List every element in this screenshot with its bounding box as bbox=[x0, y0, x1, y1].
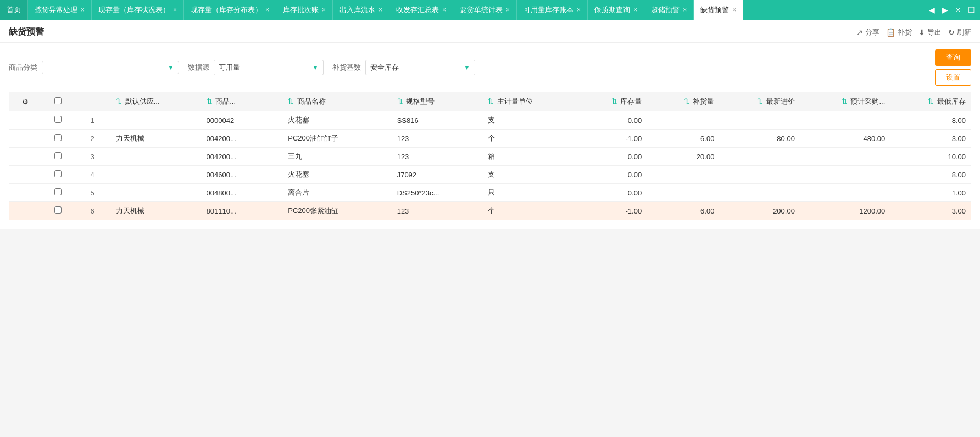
tab-overstock[interactable]: 超储预警 × bbox=[644, 0, 694, 20]
tab-close-all-button[interactable]: × bbox=[951, 3, 965, 16]
category-select[interactable]: ▼ bbox=[42, 61, 179, 74]
row-replenish: 6.00 bbox=[647, 202, 720, 220]
tab-available[interactable]: 可用量库存账本 × bbox=[517, 0, 588, 20]
tab-close-shortage[interactable]: × bbox=[732, 6, 736, 14]
tab-close-available[interactable]: × bbox=[577, 6, 581, 14]
row-number: 4 bbox=[74, 166, 110, 184]
row-gear-cell bbox=[9, 148, 42, 166]
refresh-button[interactable]: ↻ 刷新 bbox=[948, 27, 971, 37]
settings-button[interactable]: 设置 bbox=[935, 69, 971, 86]
tab-close-stock-status[interactable]: × bbox=[173, 6, 177, 14]
row-stock: 0.00 bbox=[575, 184, 647, 202]
sort-price-icon: ⇅ bbox=[757, 97, 763, 105]
row-spec: 123 bbox=[392, 148, 482, 166]
row-supplier bbox=[110, 111, 201, 130]
row-check-cell[interactable] bbox=[42, 202, 75, 220]
tab-home[interactable]: 首页 bbox=[0, 0, 28, 20]
page-title: 缺货预警 bbox=[9, 26, 44, 38]
col-header-stock[interactable]: ⇅ 库存量 bbox=[575, 92, 647, 111]
row-check-cell[interactable] bbox=[42, 111, 75, 130]
row-checkbox[interactable] bbox=[54, 206, 62, 214]
tab-prev-button[interactable]: ◀ bbox=[925, 3, 938, 16]
tab-close-order-stat[interactable]: × bbox=[506, 6, 510, 14]
tab-batch[interactable]: 库存批次账 × bbox=[276, 0, 333, 20]
col-header-replenish[interactable]: ⇅ 补货量 bbox=[647, 92, 720, 111]
tab-stock-dist[interactable]: 现存量（库存分布表） × bbox=[184, 0, 276, 20]
sort-supplier-icon: ⇅ bbox=[116, 97, 122, 105]
row-unit: 箱 bbox=[482, 148, 575, 166]
row-check-cell[interactable] bbox=[42, 130, 75, 148]
col-header-check[interactable] bbox=[42, 92, 75, 111]
sort-unit-icon: ⇅ bbox=[488, 97, 494, 105]
tab-close-summary[interactable]: × bbox=[442, 6, 446, 14]
tab-stock-status[interactable]: 现存量（库存状况表） × bbox=[92, 0, 184, 20]
tab-close-expiry[interactable]: × bbox=[633, 6, 637, 14]
tab-fullscreen-button[interactable]: ☐ bbox=[965, 3, 978, 16]
col-header-code[interactable]: ⇅ 商品... bbox=[201, 92, 283, 111]
col-header-minstock[interactable]: ⇅ 最低库存 bbox=[890, 92, 971, 111]
col-header-supplier[interactable]: ⇅ 默认供应... bbox=[110, 92, 201, 111]
table-row: 4 004600... 火花塞 J7092 支 0.00 8.00 bbox=[9, 166, 971, 184]
col-header-unit[interactable]: ⇅ 主计量单位 bbox=[482, 92, 575, 111]
header-actions: ↗ 分享 📋 补货 ⬇ 导出 ↻ 刷新 bbox=[856, 27, 971, 37]
row-code: 004800... bbox=[201, 184, 283, 202]
row-check-cell[interactable] bbox=[42, 148, 75, 166]
filter-actions: 查询 设置 bbox=[935, 49, 971, 86]
row-name: 三九 bbox=[282, 148, 391, 166]
filter-row: 商品分类 ▼ 数据源 可用量 ▼ 补货基数 安全库存 ▼ 查询 设置 bbox=[0, 43, 980, 92]
row-code: 004200... bbox=[201, 148, 283, 166]
row-predict bbox=[800, 184, 890, 202]
replenish-base-label: 补货基数 bbox=[332, 63, 361, 72]
row-checkbox[interactable] bbox=[54, 134, 62, 141]
tab-next-button[interactable]: ▶ bbox=[938, 3, 951, 16]
export-button[interactable]: ⬇ 导出 bbox=[918, 27, 942, 37]
datasource-select[interactable]: 可用量 ▼ bbox=[214, 60, 324, 75]
datasource-value: 可用量 bbox=[219, 63, 240, 72]
row-code: 0000042 bbox=[201, 111, 283, 130]
tab-expiry[interactable]: 保质期查询 × bbox=[588, 0, 644, 20]
col-header-name[interactable]: ⇅ 商品名称 bbox=[282, 92, 391, 111]
replenish-base-select[interactable]: 安全库存 ▼ bbox=[365, 60, 475, 75]
row-checkbox[interactable] bbox=[54, 170, 62, 177]
table-header-row: ⚙ ⇅ 默认供应... ⇅ 商品... ⇅ bbox=[9, 92, 971, 111]
row-check-cell[interactable] bbox=[42, 166, 75, 184]
row-gear-cell bbox=[9, 130, 42, 148]
table-row: 6 力天机械 801110... PC200张紧油缸 123 个 -1.00 6… bbox=[9, 202, 971, 220]
table-body: 1 0000042 火花塞 SS816 支 0.00 8.00 2 力天机械 0… bbox=[9, 111, 971, 220]
row-spec: 123 bbox=[392, 130, 482, 148]
row-price bbox=[720, 148, 800, 166]
tab-close-picking[interactable]: × bbox=[81, 6, 85, 14]
tab-flow[interactable]: 出入库流水 × bbox=[333, 0, 389, 20]
row-unit: 个 bbox=[482, 130, 575, 148]
col-header-gear[interactable]: ⚙ bbox=[9, 92, 42, 111]
row-check-cell[interactable] bbox=[42, 184, 75, 202]
row-replenish bbox=[647, 184, 720, 202]
row-price: 200.00 bbox=[720, 202, 800, 220]
row-number: 3 bbox=[74, 148, 110, 166]
col-header-price[interactable]: ⇅ 最新进价 bbox=[720, 92, 800, 111]
row-checkbox[interactable] bbox=[54, 116, 62, 123]
query-button[interactable]: 查询 bbox=[935, 49, 971, 66]
replenish-base-value: 安全库存 bbox=[370, 63, 399, 72]
tab-close-stock-dist[interactable]: × bbox=[265, 6, 269, 14]
col-header-spec[interactable]: ⇅ 规格型号 bbox=[392, 92, 482, 111]
tab-shortage[interactable]: 缺货预警 × bbox=[694, 0, 743, 20]
sort-minstock-icon: ⇅ bbox=[928, 97, 934, 105]
row-supplier bbox=[110, 166, 201, 184]
select-all-checkbox[interactable] bbox=[54, 97, 62, 104]
tab-close-flow[interactable]: × bbox=[378, 6, 382, 14]
col-header-predict[interactable]: ⇅ 预计采购... bbox=[800, 92, 890, 111]
replenish-button[interactable]: 📋 补货 bbox=[886, 27, 912, 37]
col-header-num bbox=[74, 92, 110, 111]
tab-picking[interactable]: 拣货异常处理 × bbox=[28, 0, 92, 20]
tab-close-batch[interactable]: × bbox=[322, 6, 326, 14]
tab-order-stat[interactable]: 要货单统计表 × bbox=[453, 0, 517, 20]
row-checkbox[interactable] bbox=[54, 188, 62, 195]
tab-summary[interactable]: 收发存汇总表 × bbox=[389, 0, 453, 20]
row-gear-cell bbox=[9, 202, 42, 220]
row-predict: 480.00 bbox=[800, 130, 890, 148]
row-checkbox[interactable] bbox=[54, 152, 62, 159]
tab-close-overstock[interactable]: × bbox=[683, 6, 687, 14]
row-number: 1 bbox=[74, 111, 110, 130]
share-button[interactable]: ↗ 分享 bbox=[856, 27, 879, 37]
